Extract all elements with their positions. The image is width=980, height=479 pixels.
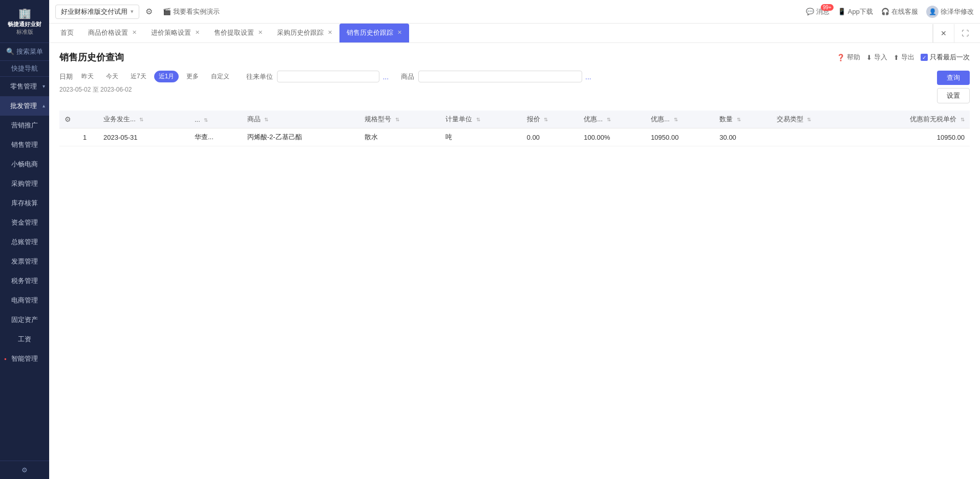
export-icon: ⬆: [893, 54, 899, 61]
row-spec-cell: 散水: [359, 128, 440, 146]
sidebar-item-invoice[interactable]: 发票管理: [0, 252, 49, 271]
sidebar: 🏢 畅捷通好业财 标准版 🔍 搜索菜单 快捷导航 零售管理 ▾ 批发管理 ▴ 营…: [0, 0, 49, 479]
settings-icon: ⚙: [22, 466, 28, 474]
page-content: 销售历史价查询 ❓ 帮助 ⬇ 导入 ⬆ 导出 ✓ 只看最后一次: [49, 43, 980, 479]
tab-product-price[interactable]: 商品价格设置 ✕: [81, 24, 144, 43]
sidebar-item-payroll[interactable]: 工资: [0, 330, 49, 349]
page-actions: ❓ 帮助 ⬇ 导入 ⬆ 导出 ✓ 只看最后一次: [837, 53, 970, 62]
sidebar-item-inventory[interactable]: 库存核算: [0, 193, 49, 213]
row-pretax-price-cell: 10950.00: [853, 128, 970, 146]
date-btn-more[interactable]: 更多: [182, 71, 203, 82]
source-unit-input-group: ...: [277, 71, 389, 82]
date-options: 昨天 今天 近7天 近1月 更多 自定义: [77, 71, 234, 82]
online-service-button[interactable]: 🎧 在线客服: [881, 7, 918, 16]
topbar-settings-icon[interactable]: ⚙: [143, 5, 155, 18]
product-input[interactable]: [418, 71, 582, 82]
help-icon: ❓: [837, 54, 845, 61]
col-business-date[interactable]: 业务发生... ⇅: [98, 111, 189, 128]
row-index-cell: 1: [78, 128, 98, 146]
sidebar-item-sales[interactable]: 销售管理: [0, 135, 49, 155]
tab-close-product-price[interactable]: ✕: [132, 29, 137, 36]
tab-close-purchase-strategy[interactable]: ✕: [195, 29, 200, 36]
message-icon: 💬: [806, 8, 814, 15]
col-discount-pct[interactable]: 优惠... ⇅: [579, 111, 646, 128]
sidebar-item-retail[interactable]: 零售管理 ▾: [0, 77, 49, 96]
row-settings-cell: [59, 128, 78, 146]
logo-line2: 标准版: [4, 28, 45, 36]
date-btn-1month[interactable]: 近1月: [154, 71, 179, 82]
window-close-button[interactable]: ✕: [933, 24, 954, 42]
search-icon: 🔍: [6, 48, 14, 55]
col-product[interactable]: 商品 ⇅: [242, 111, 359, 128]
export-button[interactable]: ⬆ 导出: [893, 53, 914, 62]
sidebar-search-menu[interactable]: 🔍 搜索菜单: [0, 43, 49, 61]
sidebar-item-smart[interactable]: 智能管理: [0, 349, 49, 368]
help-button[interactable]: ❓ 帮助: [837, 53, 860, 62]
source-unit-input[interactable]: [277, 71, 379, 82]
page-title: 销售历史价查询: [59, 51, 124, 63]
row-price-cell: 0.00: [522, 128, 579, 146]
last-only-checkbox[interactable]: ✓ 只看最后一次: [921, 53, 970, 62]
col-price[interactable]: 报价 ⇅: [522, 111, 579, 128]
sidebar-item-purchase[interactable]: 采购管理: [0, 174, 49, 193]
tab-home[interactable]: 首页: [53, 24, 81, 43]
date-btn-yesterday[interactable]: 昨天: [77, 71, 98, 82]
tab-close-sales-history[interactable]: ✕: [397, 29, 402, 36]
tab-close-purchase-history[interactable]: ✕: [328, 29, 332, 36]
product-dots[interactable]: ...: [585, 73, 591, 81]
date-btn-7days[interactable]: 近7天: [126, 71, 151, 82]
sidebar-quick-nav[interactable]: 快捷导航: [0, 61, 49, 77]
sidebar-item-marketing[interactable]: 营销推广: [0, 116, 49, 135]
logo-icon: 🏢: [4, 6, 45, 20]
import-button[interactable]: ⬇ 导入: [866, 53, 887, 62]
checkbox-icon: ✓: [921, 54, 928, 61]
sort-icon: ⇅: [607, 117, 611, 122]
query-button[interactable]: 查询: [937, 71, 970, 85]
sidebar-settings-button[interactable]: ⚙: [0, 461, 49, 479]
chevron-down-icon: ▾: [131, 8, 134, 15]
col-discount-amt[interactable]: 优惠... ⇅: [646, 111, 714, 128]
sort-icon: ⇅: [204, 117, 208, 123]
sort-icon: ⇅: [961, 117, 965, 122]
col-unit[interactable]: 计量单位 ⇅: [440, 111, 521, 128]
demo-link[interactable]: 🎬 我要看实例演示: [163, 7, 220, 16]
messages-badge: 99+: [821, 4, 834, 11]
date-btn-custom[interactable]: 自定义: [206, 71, 234, 82]
table-row: 1 2023-05-31 华查... 丙烯酸-2-乙基己酯 散水: [59, 128, 970, 146]
sidebar-item-finance[interactable]: 资金管理: [0, 213, 49, 232]
tab-close-sale-price-extract[interactable]: ✕: [258, 29, 263, 36]
sidebar-item-fixed-assets[interactable]: 固定资产: [0, 310, 49, 330]
settings-button[interactable]: 设置: [937, 88, 970, 103]
app-download-button[interactable]: 📱 App下载: [838, 7, 873, 16]
sidebar-logo[interactable]: 🏢 畅捷通好业财 标准版: [0, 0, 49, 43]
sidebar-item-ecommerce[interactable]: 电商管理: [0, 291, 49, 310]
window-maximize-button[interactable]: ⛶: [954, 24, 976, 42]
col-spec[interactable]: 规格型号 ⇅: [359, 111, 440, 128]
sidebar-item-tax[interactable]: 税务管理: [0, 271, 49, 291]
table-settings-icon[interactable]: ⚙: [65, 115, 71, 123]
tab-purchase-history[interactable]: 采购历史价跟踪 ✕: [270, 24, 339, 43]
row-unit-cell: 吨: [440, 128, 521, 146]
col-extra[interactable]: ... ⇅: [189, 111, 242, 128]
col-quantity[interactable]: 数量 ⇅: [714, 111, 771, 128]
topbar: 好业财标准版交付试用 ▾ ⚙ 🎬 我要看实例演示 💬 消息 99+ 📱 App下…: [49, 0, 980, 24]
col-settings[interactable]: ⚙: [59, 111, 78, 128]
col-pretax-price[interactable]: 优惠前无税单价 ⇅: [853, 111, 970, 128]
company-selector[interactable]: 好业财标准版交付试用 ▾: [55, 5, 139, 19]
tab-sale-price-extract[interactable]: 售价提取设置 ✕: [207, 24, 270, 43]
messages-button[interactable]: 💬 消息 99+: [806, 7, 829, 16]
quick-nav-label: 快捷导航: [11, 64, 38, 72]
col-transaction-type[interactable]: 交易类型 ⇅: [772, 111, 853, 128]
col-index: [78, 111, 98, 128]
sort-icon: ⇅: [395, 117, 399, 122]
date-btn-today[interactable]: 今天: [101, 71, 123, 82]
tab-sales-history[interactable]: 销售历史价跟踪 ✕: [339, 24, 409, 43]
sidebar-item-ecommerce-small[interactable]: 小畅电商: [0, 155, 49, 174]
tab-purchase-strategy[interactable]: 进价策略设置 ✕: [144, 24, 207, 43]
import-icon: ⬇: [866, 54, 872, 61]
source-unit-dots[interactable]: ...: [382, 73, 389, 81]
sidebar-item-general-ledger[interactable]: 总账管理: [0, 232, 49, 252]
sidebar-search-label: 搜索菜单: [16, 48, 43, 55]
sidebar-item-wholesale[interactable]: 批发管理 ▴: [0, 96, 49, 116]
user-profile-button[interactable]: 👤 徐泽华修改: [926, 6, 974, 18]
